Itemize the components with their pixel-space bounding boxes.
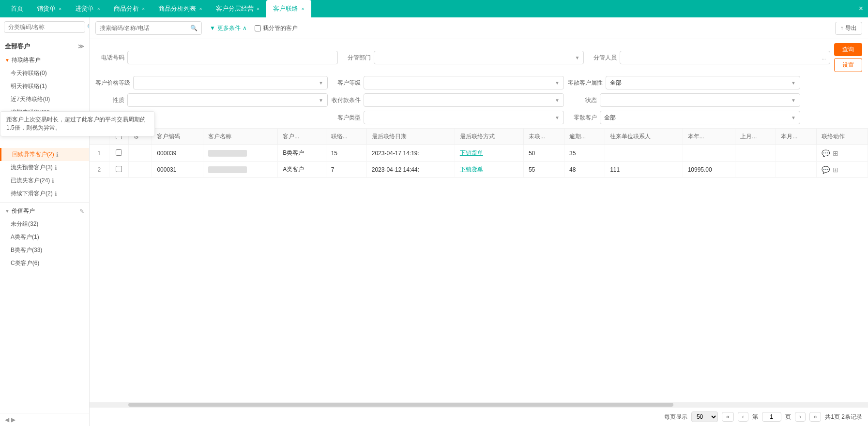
row2-overdue: 48	[564, 162, 605, 178]
prev-page-button[interactable]: ‹	[738, 412, 748, 422]
col-last-method: 最后联络方式	[455, 129, 523, 145]
sidebar: 🔍 全部客户 ≫ ▼ 待联络客户 今天待联络(0) 明天待联络(1) 近7天待联…	[0, 17, 90, 426]
row2-unit-contacts: 111	[605, 162, 683, 178]
sidebar-group-value[interactable]: ▼ 价值客户 ✎	[0, 205, 89, 218]
last-page-button[interactable]: »	[809, 412, 822, 422]
row2-select-checkbox[interactable]	[116, 166, 122, 172]
sidebar-item-declining[interactable]: 持续下滑客户(2) ℹ	[0, 187, 89, 200]
filter-price-level-label: 客户价格等级	[95, 79, 130, 87]
nav-tab-goods-list[interactable]: 商品分析列表 ×	[152, 0, 209, 17]
page-number-input[interactable]	[762, 412, 781, 422]
sidebar-item-class-b[interactable]: B类客户(33)	[0, 244, 89, 257]
filter-status-select[interactable]: ▼	[600, 93, 800, 107]
sidebar-item-7days[interactable]: 近7天待联络(0)	[0, 93, 89, 106]
filter-retail-select[interactable]: 全部 ▼	[600, 111, 800, 124]
nav-tab-purchase[interactable]: 进货单 ×	[68, 0, 107, 17]
col-code: 客户编码	[152, 129, 203, 145]
filter-type-select[interactable]: ▼	[364, 111, 564, 124]
row1-actions: 💬 ⊞	[817, 145, 868, 162]
row2-message-icon[interactable]: 💬	[822, 166, 830, 174]
close-sales-tab[interactable]: ×	[59, 6, 61, 12]
first-page-button[interactable]: «	[722, 412, 734, 422]
sidebar-item-today[interactable]: 今天待联络(0)	[0, 67, 89, 80]
row2-checkbox	[109, 162, 128, 178]
row1-index: 1	[90, 145, 109, 162]
table-empty-space	[90, 178, 868, 323]
row1-message-icon[interactable]: 💬	[822, 149, 830, 157]
filter-level-label: 客户等级	[332, 79, 361, 87]
filter-payment-select[interactable]: ▼	[364, 93, 564, 107]
retail-attr-arrow: ▼	[791, 80, 796, 86]
edit-value-icon[interactable]: ✎	[79, 208, 84, 215]
nav-tab-sales[interactable]: 销货单 ×	[30, 0, 68, 17]
filter-price-select[interactable]: ▼	[133, 76, 328, 89]
sidebar-item-churned[interactable]: 已流失客户(24) ℹ	[0, 174, 89, 187]
row1-this-month	[776, 145, 817, 162]
close-customer-contact-tab[interactable]: ×	[301, 6, 304, 12]
row1-this-year	[683, 145, 735, 162]
per-page-select[interactable]: 50 100 200	[691, 411, 718, 422]
filter-person-select[interactable]: ...	[620, 51, 830, 64]
next-page-button[interactable]: ›	[795, 412, 806, 422]
toolbar-search-icon[interactable]: 🔍	[190, 25, 198, 31]
row1-checkbox	[109, 145, 128, 162]
row2-action-icons: 💬 ⊞	[822, 166, 863, 174]
sidebar-item-churn-warning[interactable]: 流失预警客户(3) ℹ	[0, 161, 89, 174]
filter-person: 分管人员 ...	[588, 51, 830, 64]
arrow-down-icon: ▼	[5, 58, 10, 63]
filter-icon: ▼	[210, 25, 215, 31]
close-goods-list-tab[interactable]: ×	[199, 6, 202, 12]
filter-row-4: ... 客户类型 ▼ 零散客户 全部 ▼	[95, 111, 862, 124]
my-customers-checkbox-label[interactable]: 我分管的客户	[255, 24, 298, 32]
nav-tab-goods-analysis[interactable]: 商品分析 ×	[107, 0, 152, 17]
export-button[interactable]: ↑ 导出	[835, 22, 862, 35]
filter-retail-attr-label: 零散客户属性	[568, 79, 603, 87]
close-goods-analysis-tab[interactable]: ×	[142, 6, 145, 12]
sidebar-scroll-left[interactable]: ◀	[5, 416, 9, 423]
sidebar-collapse-icon[interactable]: ≫	[78, 43, 84, 50]
window-close-button[interactable]: ×	[859, 4, 863, 13]
sidebar-item-tomorrow[interactable]: 明天待联络(1)	[0, 80, 89, 93]
filter-gender: 性质 ▼	[95, 93, 328, 107]
filter-payment-label: 收付款条件	[332, 96, 361, 104]
filter-retail-attr-select[interactable]: 全部 ▼	[606, 76, 800, 89]
table-horizontal-scrollbar[interactable]	[90, 402, 868, 407]
pending-group-label: 待联络客户	[12, 56, 41, 64]
nav-tab-customer-segment[interactable]: 客户分层经营 ×	[209, 0, 266, 17]
row1-grid-icon[interactable]: ⊞	[833, 149, 838, 157]
arrow-value-icon: ▼	[5, 208, 10, 214]
filter-payment: 收付款条件 ▼	[332, 93, 564, 107]
sidebar-item-ungrouped[interactable]: 未分组(32)	[0, 218, 89, 231]
filter-dept-select[interactable]: ▼	[374, 51, 584, 64]
sidebar-scroll-right[interactable]: ▶	[11, 416, 15, 423]
search-input[interactable]	[100, 25, 190, 31]
row1-last-date: 2023-04-17 14:19:	[366, 145, 455, 162]
info-icon-repurchase: ℹ	[56, 151, 59, 158]
settings-button[interactable]: 设置	[834, 58, 862, 72]
level-select-arrow: ▼	[555, 80, 560, 86]
close-purchase-tab[interactable]: ×	[97, 6, 100, 12]
sidebar-search-input[interactable]	[4, 21, 85, 33]
row1-select-checkbox[interactable]	[116, 149, 122, 156]
toolbar: 🔍 ▼ 更多条件 ∧ 我分管的客户 ↑ 导出	[90, 17, 868, 39]
sidebar-content: 全部客户 ≫ ▼ 待联络客户 今天待联络(0) 明天待联络(1) 近7天待联络(…	[0, 37, 89, 413]
nav-tab-customer-contact[interactable]: 客户联络 ×	[266, 0, 311, 17]
filter-gender-select[interactable]: ▼	[127, 93, 328, 107]
sidebar-item-class-a[interactable]: A类客户(1)	[0, 231, 89, 244]
sidebar-item-repurchase-abnormal[interactable]: 回购异常客户(2) ℹ	[0, 148, 89, 161]
nav-tab-home[interactable]: 首页	[4, 0, 30, 17]
sidebar-item-class-c[interactable]: C类客户(6)	[0, 257, 89, 270]
price-select-arrow: ▼	[319, 80, 323, 86]
query-button[interactable]: 查询	[834, 43, 862, 56]
pagination: 每页显示 50 100 200 « ‹ 第 页 › » 共1页 2条记录	[90, 407, 868, 426]
filter-type: 客户类型 ▼	[332, 111, 564, 124]
close-customer-segment-tab[interactable]: ×	[257, 6, 259, 12]
sidebar-group-pending[interactable]: ▼ 待联络客户	[0, 54, 89, 67]
filter-level-select[interactable]: ▼	[364, 76, 564, 89]
filter-phone-input[interactable]	[127, 51, 338, 64]
scrollbar-thumb[interactable]	[128, 403, 673, 407]
more-conditions-button[interactable]: ▼ 更多条件 ∧	[206, 24, 251, 32]
row2-grid-icon[interactable]: ⊞	[833, 166, 838, 174]
row1-code: 000039	[152, 145, 203, 162]
my-customers-checkbox[interactable]	[255, 25, 261, 31]
